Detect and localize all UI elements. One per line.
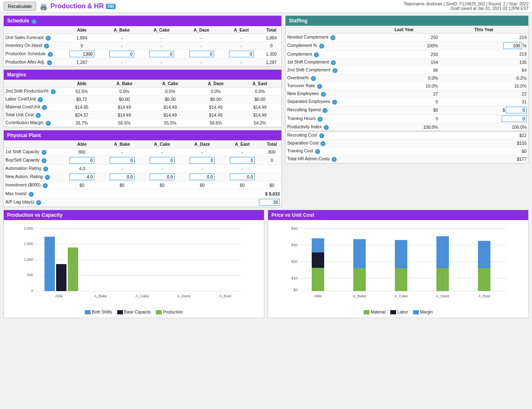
info-icon[interactable]: i: [330, 35, 335, 40]
info-icon[interactable]: i: [318, 117, 323, 122]
info-icon[interactable]: i: [29, 192, 34, 197]
prod-schedule-east[interactable]: [229, 51, 254, 57]
table-row: Total Unit Cost i $24.57$14.49$14.49$14.…: [4, 111, 281, 119]
price-chart-title: Price vs Unit Cost: [268, 210, 528, 220]
info-icon[interactable]: i: [324, 125, 329, 130]
staffing-section: Staffing Last Year This Year Needed Comp…: [285, 15, 529, 164]
bar-able-material-fill: [312, 268, 324, 291]
svg-text:A_Daze: A_Daze: [177, 294, 190, 298]
margins-section: Margins Able A_Bake A_Cake A_Daze A_East: [3, 69, 282, 127]
info-icon[interactable]: i: [332, 157, 337, 162]
legend-material: Material: [364, 310, 386, 314]
base-capacity-swatch: [117, 310, 123, 314]
col-daze: A_Daze: [182, 140, 222, 148]
info-icon[interactable]: i: [315, 149, 320, 154]
legend-production: Production: [156, 310, 183, 314]
col-label: [4, 26, 62, 34]
info-icon[interactable]: i: [332, 100, 337, 105]
info-icon[interactable]: i: [42, 105, 47, 110]
hr-badge: HR: [106, 4, 115, 9]
info-icon[interactable]: i: [42, 150, 47, 155]
buysell-able[interactable]: [69, 157, 94, 164]
page-title: 🖨️ Production & HR HR: [39, 2, 115, 10]
info-icon[interactable]: i: [320, 141, 325, 146]
col-daze: A_Daze: [182, 26, 222, 34]
info-icon[interactable]: i: [47, 60, 52, 65]
bar-able-both-shifts: [44, 237, 55, 291]
info-icon[interactable]: i: [36, 200, 41, 205]
info-icon[interactable]: i: [38, 97, 43, 102]
info-icon[interactable]: i: [46, 36, 51, 41]
col-cake: A_Cake: [142, 140, 182, 148]
legend-margin: Margin: [413, 310, 433, 314]
bar-daze-material-fill: [436, 268, 449, 291]
info-icon[interactable]: i: [311, 76, 316, 81]
recalculate-button[interactable]: Recalculate: [3, 2, 36, 11]
ap-lag-row: A/P Lag (days) i: [4, 198, 281, 207]
info-icon[interactable]: i: [48, 52, 53, 57]
table-row: 1st Shift Capacity i 800----800: [4, 148, 281, 156]
draft-info: Draft saved at Jan 01, 2021 02:12PM EST: [404, 6, 529, 11]
autom-bake[interactable]: [110, 174, 135, 180]
table-row: Turnover Rate i 10.0%10.0%: [286, 82, 528, 90]
info-icon[interactable]: i: [43, 167, 48, 171]
margin-swatch: [413, 310, 419, 314]
max-invest-row: Max Invest i $ 9,033: [4, 190, 281, 198]
info-icon[interactable]: i: [321, 92, 326, 97]
info-icon[interactable]: i: [45, 175, 50, 180]
col-bake: A_Bake: [101, 80, 147, 88]
svg-text:A_Daze: A_Daze: [436, 294, 449, 298]
top-info: Teamname: Andrews | SimID: F124825_002 |…: [404, 2, 529, 11]
bar-bake-margin-fill: [353, 239, 366, 268]
table-row: 1st Shift Complement i 154135: [286, 58, 528, 66]
schedule-info-icon[interactable]: i: [32, 19, 37, 24]
buysell-daze[interactable]: [190, 157, 214, 164]
training-hours-input[interactable]: [502, 115, 527, 122]
info-icon[interactable]: i: [36, 113, 41, 118]
svg-text:$30: $30: [291, 243, 298, 247]
info-icon[interactable]: i: [319, 133, 324, 138]
buysell-bake[interactable]: [110, 157, 135, 164]
autom-able[interactable]: [69, 174, 94, 180]
table-row: Needed Complement i 250219: [286, 34, 528, 42]
info-icon[interactable]: i: [331, 60, 336, 65]
ap-lag-input[interactable]: [259, 199, 280, 206]
info-icon[interactable]: i: [51, 89, 56, 94]
recruiting-spend-input[interactable]: [506, 107, 527, 113]
complement-pct-input[interactable]: [503, 42, 522, 49]
table-row: Complement % i 100% %: [286, 42, 528, 51]
info-icon[interactable]: i: [43, 183, 48, 188]
info-icon[interactable]: i: [46, 121, 51, 126]
prod-schedule-cake[interactable]: [149, 51, 174, 57]
info-icon[interactable]: i: [323, 108, 328, 113]
prod-schedule-able[interactable]: [69, 51, 94, 57]
max-invest-table: Max Invest i $ 9,033 A/P Lag (days) i: [4, 190, 281, 207]
autom-east[interactable]: [230, 174, 255, 180]
info-icon[interactable]: i: [317, 84, 322, 89]
info-icon[interactable]: i: [42, 158, 47, 163]
table-row: Inventory On Hand i 0----0: [4, 42, 281, 50]
table-row: Material Cost/Unit i $14.85$14.49$14.49$…: [4, 103, 281, 111]
info-icon[interactable]: i: [314, 52, 319, 57]
bar-daze-margin-fill: [436, 236, 449, 268]
both-shifts-swatch: [85, 310, 91, 314]
staffing-table: Last Year This Year Needed Complement i …: [286, 26, 528, 163]
svg-text:A_Bake: A_Bake: [94, 294, 107, 298]
prod-schedule-daze[interactable]: [189, 51, 214, 57]
production-swatch: [156, 310, 162, 314]
labor-swatch: [390, 310, 396, 314]
autom-daze[interactable]: [190, 174, 214, 180]
svg-text:$10: $10: [291, 276, 298, 280]
col-this-year: This Year: [440, 26, 528, 34]
info-icon[interactable]: i: [44, 44, 49, 49]
buysell-east[interactable]: [230, 157, 255, 164]
svg-text:A_East: A_East: [478, 294, 490, 298]
table-row: Production Schedule i 1,300: [4, 50, 281, 59]
info-icon[interactable]: i: [332, 68, 337, 73]
bar-east-margin-fill: [478, 241, 490, 268]
buysell-cake[interactable]: [150, 157, 175, 164]
legend-labor: Labor: [390, 310, 408, 314]
autom-cake[interactable]: [150, 174, 175, 180]
info-icon[interactable]: i: [319, 44, 324, 49]
prod-schedule-bake[interactable]: [109, 51, 134, 57]
